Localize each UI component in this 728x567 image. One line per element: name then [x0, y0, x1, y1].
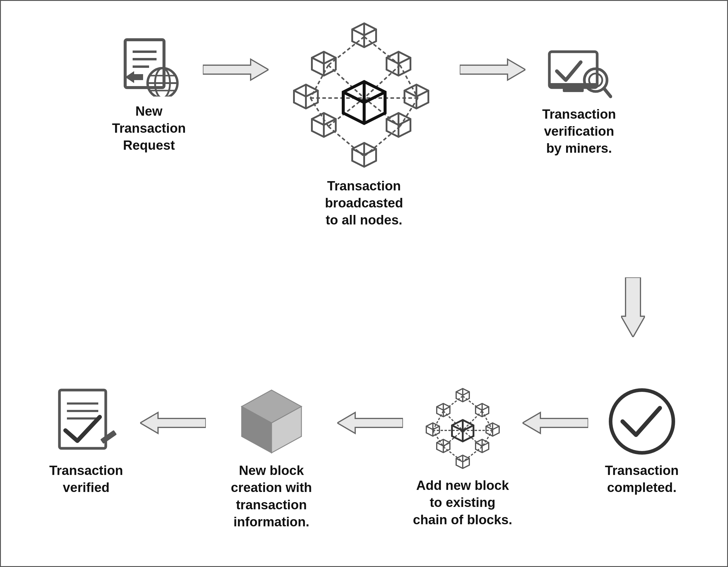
step-completed: Transactioncompleted. — [597, 387, 687, 496]
arrow-right-1 — [203, 58, 269, 83]
transaction-verified-label: Transactionverified — [49, 462, 123, 496]
step-new-transaction: NewTransactionRequest — [104, 37, 194, 154]
svg-line-96 — [456, 392, 463, 395]
svg-line-68 — [364, 149, 376, 155]
step-verification: Transactionverificationby miners. — [534, 37, 624, 157]
svg-line-42 — [294, 91, 306, 96]
svg-marker-77 — [621, 277, 645, 337]
broadcast-label: Transactionbroadcastedto all nodes. — [325, 177, 403, 229]
svg-line-107 — [482, 407, 489, 410]
svg-line-53 — [416, 91, 428, 96]
diagram-container: NewTransactionRequest — [0, 0, 728, 567]
svg-line-122 — [493, 426, 499, 430]
svg-line-101 — [437, 407, 443, 410]
svg-line-28 — [364, 29, 376, 35]
svg-line-106 — [476, 407, 482, 410]
new-block-icon — [236, 387, 307, 456]
arrow-down-1 — [621, 277, 645, 338]
new-block-label: New blockcreation withtransactioninforma… — [231, 462, 312, 530]
completed-label: Transactioncompleted. — [605, 462, 679, 496]
arrow-right-2 — [460, 58, 525, 83]
svg-line-121 — [486, 426, 493, 430]
add-to-chain-label: Add new blockto existingchain of blocks. — [413, 477, 512, 528]
svg-line-32 — [312, 58, 324, 64]
step-transaction-verified: Transactionverified — [42, 387, 131, 496]
blockchain-network-icon — [281, 19, 448, 177]
svg-marker-4 — [125, 71, 143, 83]
new-transaction-label: NewTransactionRequest — [112, 102, 186, 154]
svg-line-37 — [387, 58, 399, 64]
svg-marker-143 — [140, 413, 206, 433]
svg-point-78 — [611, 390, 673, 453]
svg-line-75 — [604, 88, 611, 96]
svg-line-87 — [463, 447, 482, 462]
step-new-block: New blockcreation withtransactioninforma… — [215, 387, 328, 530]
svg-rect-73 — [563, 88, 584, 92]
svg-marker-79 — [522, 413, 588, 433]
svg-line-27 — [352, 29, 364, 35]
blockchain-small-icon — [418, 387, 508, 471]
transaction-request-icon — [116, 37, 182, 96]
svg-line-57 — [312, 119, 324, 125]
svg-line-111 — [426, 426, 433, 430]
svg-line-86 — [443, 447, 463, 462]
step-add-to-chain: Add new blockto existingchain of blocks. — [412, 387, 514, 528]
verification-label: Transactionverificationby miners. — [542, 105, 616, 157]
svg-line-38 — [399, 58, 410, 64]
svg-marker-139 — [337, 413, 403, 433]
svg-rect-148 — [100, 430, 117, 444]
transaction-verified-icon — [53, 387, 119, 456]
svg-line-62 — [387, 119, 399, 125]
svg-marker-70 — [460, 59, 525, 80]
svg-line-127 — [443, 443, 450, 446]
svg-line-131 — [476, 443, 482, 446]
svg-line-43 — [306, 91, 318, 96]
arrow-left-2 — [337, 411, 403, 436]
svg-line-97 — [463, 392, 469, 395]
svg-line-67 — [352, 149, 364, 155]
svg-line-11 — [328, 37, 364, 65]
arrow-left-1 — [522, 411, 588, 436]
arrow-left-3 — [140, 411, 206, 436]
svg-line-112 — [433, 426, 439, 430]
svg-line-102 — [443, 407, 450, 410]
checkmark-circle-icon — [608, 387, 676, 456]
svg-marker-10 — [203, 59, 269, 80]
step-broadcast: Transactionbroadcastedto all nodes. — [278, 19, 451, 229]
verification-icon — [546, 37, 612, 99]
